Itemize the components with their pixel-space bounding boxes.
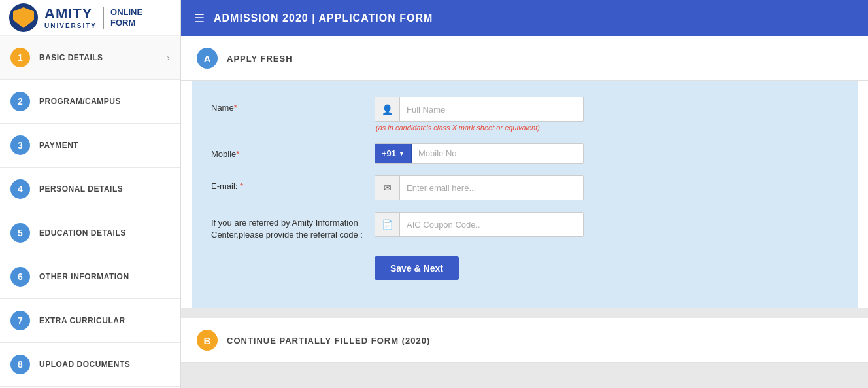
nav-number-4: 4	[10, 179, 30, 199]
save-button-spacer	[211, 253, 375, 258]
email-label: E-mail: *	[211, 175, 375, 192]
sidebar-label-basic-details: BASIC DETAILS	[39, 53, 103, 62]
section-continue-form: B CONTINUE PARTIALLY FILLED FORM (2020)	[181, 318, 868, 363]
referral-input-wrapper: 📄	[375, 212, 584, 237]
logo-amity: AMITY	[44, 6, 97, 22]
topbar: ☰ ADMISSION 2020 | APPLICATION FORM	[181, 0, 868, 36]
name-label: Name*	[211, 97, 375, 114]
logo-area: AMITY UNIVERSITY ONLINE FORM	[0, 0, 180, 36]
mobile-row: Mobile* +91 ▼	[211, 143, 838, 164]
referral-input[interactable]	[400, 215, 583, 234]
referral-row: If you are referred by Amity Information…	[211, 212, 838, 241]
nav-number-8: 8	[10, 355, 30, 374]
referral-label: If you are referred by Amity Information…	[211, 212, 375, 241]
amity-logo-shield	[9, 3, 38, 32]
mobile-label: Mobile*	[211, 143, 375, 160]
section-b-title: CONTINUE PARTIALLY FILLED FORM (2020)	[227, 336, 430, 345]
topbar-title: ADMISSION 2020 | APPLICATION FORM	[214, 12, 433, 24]
sidebar-label-upload-documents: UPLOAD DOCUMENTS	[39, 360, 130, 369]
badge-a: A	[197, 48, 218, 69]
email-row: E-mail: * ✉	[211, 175, 838, 200]
sidebar-item-other-information[interactable]: 6 OTHER INFORMATION	[0, 255, 180, 299]
logo-university: UNIVERSITY	[44, 22, 97, 29]
email-input[interactable]	[400, 179, 583, 198]
sidebar-label-payment: PAYMENT	[39, 141, 78, 150]
logo-form-text: FORM	[110, 18, 142, 28]
chevron-right-icon: ›	[167, 52, 170, 63]
sidebar-label-other-information: OTHER INFORMATION	[39, 272, 129, 281]
section-a-header: A APPLY FRESH	[181, 36, 868, 81]
caret-down-icon: ▼	[399, 150, 405, 157]
sidebar-label-extra-curricular: EXTRA CURRICULAR	[39, 316, 125, 325]
phone-prefix-label: +91	[382, 149, 396, 158]
sidebar-label-personal-details: PERSONAL DETAILS	[39, 185, 123, 194]
sidebar-label-program-campus: PROGRAM/CAMPUS	[39, 97, 121, 106]
section-apply-fresh: A APPLY FRESH Name* 👤	[181, 36, 868, 308]
mobile-input[interactable]	[412, 144, 583, 163]
email-icon: ✉	[375, 176, 400, 200]
user-icon: 👤	[375, 97, 400, 121]
nav-number-5: 5	[10, 223, 30, 243]
sidebar-item-payment[interactable]: 3 PAYMENT	[0, 124, 180, 168]
sidebar-item-program-campus[interactable]: 2 PROGRAM/CAMPUS	[0, 80, 180, 124]
save-button-row: Save & Next	[211, 253, 838, 280]
sidebar: AMITY UNIVERSITY ONLINE FORM 1 BASIC DET…	[0, 0, 181, 388]
shield-icon	[13, 7, 34, 28]
nav-number-7: 7	[10, 311, 30, 330]
apply-fresh-form: Name* 👤 (as in candidate's class X mark …	[192, 81, 858, 308]
section-b-header: B CONTINUE PARTIALLY FILLED FORM (2020)	[181, 318, 868, 363]
logo-text: AMITY UNIVERSITY	[44, 6, 97, 29]
sidebar-item-personal-details[interactable]: 4 PERSONAL DETAILS	[0, 168, 180, 211]
sidebar-item-extra-curricular[interactable]: 7 EXTRA CURRICULAR	[0, 299, 180, 343]
badge-b: B	[197, 330, 218, 351]
mobile-input-group: +91 ▼	[375, 143, 584, 164]
logo-online-text: ONLINE	[110, 7, 142, 18]
section-a-title: APPLY FRESH	[227, 54, 293, 63]
name-input-wrapper: 👤	[375, 97, 584, 122]
coupon-icon: 📄	[375, 213, 400, 236]
name-input-group: 👤 (as in candidate's class X mark sheet …	[375, 97, 584, 132]
nav-number-6: 6	[10, 267, 30, 287]
menu-icon[interactable]: ☰	[194, 11, 205, 26]
referral-input-group: 📄	[375, 212, 584, 237]
name-row: Name* 👤 (as in candidate's class X mark …	[211, 97, 838, 132]
sidebar-item-basic-details[interactable]: 1 BASIC DETAILS ›	[0, 36, 180, 80]
save-next-button[interactable]: Save & Next	[375, 256, 459, 280]
name-hint: (as in candidate's class X mark sheet or…	[375, 124, 584, 132]
sidebar-item-upload-documents[interactable]: 8 UPLOAD DOCUMENTS	[0, 343, 180, 387]
name-input[interactable]	[400, 100, 583, 119]
nav-number-3: 3	[10, 135, 30, 155]
email-input-wrapper: ✉	[375, 175, 584, 200]
nav-number-2: 2	[10, 92, 30, 111]
nav-number-1: 1	[10, 48, 30, 67]
main-content: ☰ ADMISSION 2020 | APPLICATION FORM A AP…	[181, 0, 868, 388]
content-area: A APPLY FRESH Name* 👤	[181, 36, 868, 388]
logo-divider	[103, 7, 104, 29]
sidebar-label-education-details: EDUCATION DETAILS	[39, 228, 126, 238]
phone-prefix-button[interactable]: +91 ▼	[375, 144, 412, 163]
email-input-group: ✉	[375, 175, 584, 200]
logo-online-form: ONLINE FORM	[110, 7, 142, 27]
sidebar-item-education-details[interactable]: 5 EDUCATION DETAILS	[0, 211, 180, 255]
phone-input-wrapper: +91 ▼	[375, 143, 584, 164]
